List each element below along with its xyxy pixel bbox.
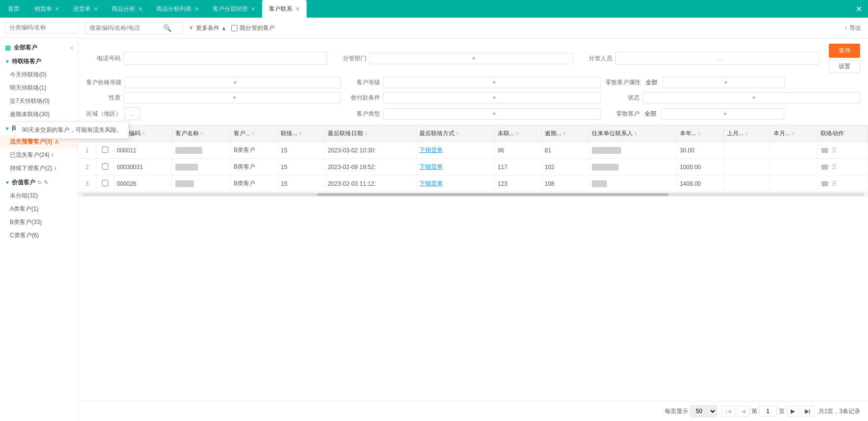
payment-select[interactable]: ▼ [383, 92, 601, 103]
gender-chevron: ▼ [232, 95, 337, 100]
page-next-btn[interactable]: ▶ [787, 406, 799, 417]
tab-home[interactable]: 首页 [0, 0, 27, 18]
zero-customer-select[interactable]: ▼ [661, 108, 784, 120]
item-declining-label: 持续下滑客户(2) [10, 164, 52, 173]
zero-attr-select[interactable]: ▼ [662, 77, 785, 88]
blurred-text: ████ [175, 180, 194, 187]
tab-sales-order[interactable]: 销货单 ✕ [27, 0, 66, 18]
sidebar-item-overdue[interactable]: 逾期未联络(30) [0, 108, 78, 121]
tab-cl-close[interactable]: ✕ [251, 6, 255, 12]
region-select[interactable]: ... [124, 107, 140, 120]
window-close-btn[interactable]: ✕ [856, 4, 868, 14]
contact-method-link-0[interactable]: 下销货单 [419, 147, 443, 153]
page-input[interactable] [759, 406, 777, 417]
tab-sales-close[interactable]: ✕ [55, 6, 59, 12]
td-check-2[interactable] [96, 175, 114, 192]
price-level-select[interactable]: ▼ [124, 77, 341, 88]
sort-icon-type: ⇅ [251, 131, 255, 136]
sidebar-item-declining[interactable]: 持续下滑客户(2) ℹ [0, 162, 78, 175]
th-overdue[interactable]: 逾期... ⇅ [541, 125, 588, 142]
contact-method-link-1[interactable]: 下销货单 [419, 163, 443, 170]
page-last-btn[interactable]: ▶| [801, 406, 815, 417]
filter-row-4: 区域（地区） ... 客户类型 ▼ 零散客户 全部 [86, 107, 860, 120]
filter-row-1: 电话号码 分管部门 ▼ 分管人员 ... [86, 44, 860, 73]
edit-icon[interactable]: ✎ [44, 179, 48, 186]
contact-icon-0[interactable]: ☎ [820, 147, 829, 154]
sidebar-all-customers[interactable]: ⊞ 全部客户 « [0, 41, 78, 55]
item-class-b-label: B类客户(33) [10, 218, 42, 226]
sidebar-item-7days[interactable]: 近7天待联络(0) [0, 95, 78, 108]
dept-select[interactable]: ▼ [369, 53, 573, 64]
more-icon-0[interactable]: ⠿ [832, 147, 837, 154]
page-prev-btn[interactable]: ◀ [737, 406, 749, 417]
tab-customer-layer[interactable]: 客户分层经营 ✕ [206, 0, 262, 18]
contact-icon-2[interactable]: ☎ [820, 180, 829, 188]
row-checkbox-1[interactable] [102, 163, 108, 170]
sidebar-item-class-b[interactable]: B类客户(33) [0, 216, 78, 229]
td-seq-0: 1 [78, 142, 96, 159]
status-select[interactable]: ▼ [643, 92, 860, 103]
sidebar-group-value-title[interactable]: ▼ 价值客户 ↻ ✎ [0, 176, 78, 189]
sidebar-item-today[interactable]: 今天待联络(0) [0, 68, 78, 81]
sidebar-item-churned[interactable]: 已流失客户(24) ℹ [0, 149, 78, 162]
customer-type-select[interactable]: ▼ [383, 108, 601, 120]
tab-cc-close[interactable]: ✕ [295, 6, 300, 12]
export-btn[interactable]: ↑ 导出 [844, 24, 861, 32]
phone-input[interactable] [123, 52, 327, 65]
sidebar-item-class-c[interactable]: C类客户(6) [0, 229, 78, 242]
sidebar-search-input[interactable] [5, 22, 78, 33]
th-last-method[interactable]: 最后联络方式 ⇅ [416, 125, 495, 142]
tab-pa-close[interactable]: ✕ [138, 6, 143, 12]
horizontal-scrollbar[interactable] [78, 192, 868, 197]
item-tomorrow-label: 明天待联络(1) [10, 84, 47, 92]
sidebar-item-class-a[interactable]: A类客户(1) [0, 202, 78, 216]
tab-purchase-close[interactable]: ✕ [94, 6, 98, 12]
more-icon-2[interactable]: ⠿ [832, 180, 837, 188]
th-contacts[interactable]: 联络... ⇅ [278, 125, 325, 142]
settings-btn[interactable]: 设置 [829, 60, 860, 73]
th-unit-contact[interactable]: 往来单位联系人 ⇅ [588, 125, 676, 142]
customer-level-select[interactable]: ▼ [383, 77, 601, 88]
th-this-year[interactable]: 本年... ⇅ [676, 125, 723, 142]
per-page-select[interactable]: 50 100 200 [690, 405, 717, 417]
th-last-month-label: 上月... [727, 129, 744, 138]
td-last-method-0[interactable]: 下销货单 [416, 142, 495, 159]
tab-product-analysis[interactable]: 商品分析 ✕ [105, 0, 149, 18]
td-last-method-1[interactable]: 下销货单 [416, 159, 495, 175]
main-search-input[interactable] [90, 25, 163, 31]
my-customers-checkbox[interactable] [231, 25, 238, 31]
contact-icon-1[interactable]: ☎ [820, 163, 829, 171]
row-checkbox-0[interactable] [102, 147, 108, 153]
sidebar-item-ungrouped[interactable]: 未分组(32) [0, 189, 78, 202]
td-this-month-2 [771, 175, 818, 192]
td-check-1[interactable] [96, 159, 114, 175]
person-select[interactable]: ... [615, 52, 819, 65]
tab-product-analysis-list[interactable]: 商品分析列表 ✕ [149, 0, 206, 18]
tab-purchase[interactable]: 进货单 ✕ [66, 0, 105, 18]
query-btn[interactable]: 查询 [829, 44, 860, 58]
main-search-icon[interactable]: 🔍 [163, 24, 171, 32]
more-icon-1[interactable]: ⠿ [832, 163, 837, 171]
th-last-date[interactable]: 最后联络日期 ⇅ [325, 125, 416, 142]
sidebar-group-pending-title[interactable]: ▼ 待联络客户 [0, 55, 78, 68]
contact-method-link-2[interactable]: 下销货单 [419, 180, 443, 187]
th-this-month[interactable]: 本月... ⇅ [771, 125, 818, 142]
gender-select[interactable]: ▼ [123, 92, 341, 103]
td-this-year-2: 1408.00 [676, 175, 723, 192]
td-last-method-2[interactable]: 下销货单 [416, 175, 495, 192]
search-input-wrapper: 🔍 [85, 22, 183, 34]
row-checkbox-2[interactable] [102, 180, 108, 186]
td-check-0[interactable] [96, 142, 114, 159]
sidebar-item-tomorrow[interactable]: 明天待联络(1) [0, 81, 78, 95]
th-type[interactable]: 客户... ⇅ [231, 125, 278, 142]
tab-customer-contact[interactable]: 客户联系 ✕ [262, 0, 307, 18]
tab-pal-close[interactable]: ✕ [194, 6, 199, 12]
refresh-icon[interactable]: ↻ [37, 179, 42, 186]
collapse-icon[interactable]: « [70, 45, 73, 50]
th-name[interactable]: 客户名称 ⇅ [172, 125, 230, 142]
th-uncontacted[interactable]: 未联... ⇅ [494, 125, 541, 142]
th-last-month[interactable]: 上月... ⇅ [723, 125, 771, 142]
scroll-thumb[interactable] [317, 193, 669, 196]
more-conditions-btn[interactable]: ▼ 更多条件 ▲ [188, 24, 226, 32]
page-first-btn[interactable]: |◀ [721, 406, 735, 417]
